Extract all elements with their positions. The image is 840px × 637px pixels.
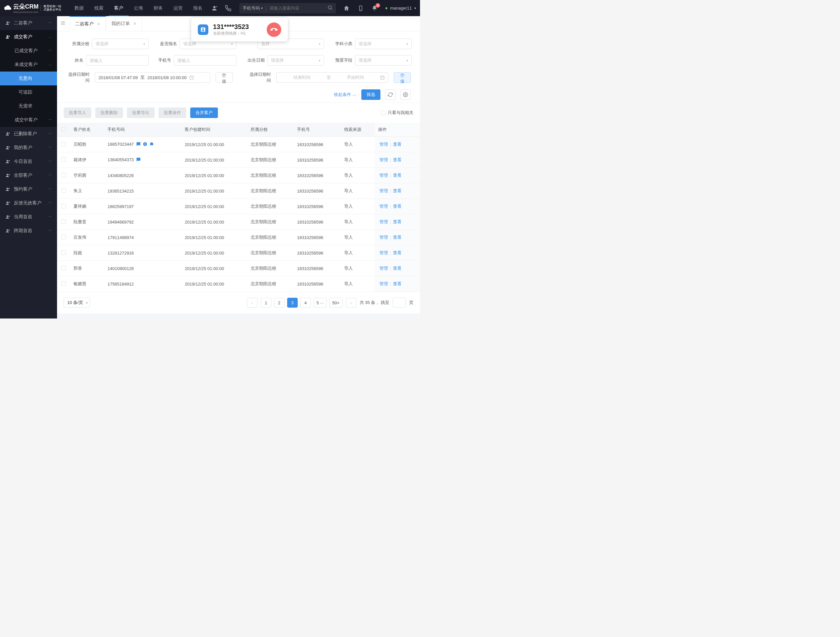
sidebar-item[interactable]: 预约客户﹀ [0,182,57,196]
filter-button[interactable]: 筛选 [361,89,381,100]
view-link[interactable]: 查看 [392,250,403,255]
branch-select[interactable]: 请选择▾ [92,39,149,49]
topnav-item[interactable]: 客户 [109,0,129,16]
row-checkbox[interactable] [61,281,66,286]
view-link[interactable]: 查看 [392,188,403,193]
sidebar-item[interactable]: 未成交客户︿ [0,58,57,71]
sidebar-item[interactable]: 已删除客户﹀ [0,127,57,141]
row-checkbox[interactable] [61,219,66,224]
phone-input[interactable] [174,55,236,66]
manage-link[interactable]: 管理 [378,142,389,147]
row-checkbox[interactable] [61,157,66,162]
view-link[interactable]: 查看 [392,219,403,224]
sidebar-item[interactable]: 今日首咨﹀ [0,155,57,169]
subject-select[interactable]: 请选择▾ [355,39,412,49]
page-button[interactable]: 1 [261,298,271,308]
manage-link[interactable]: 管理 [378,219,389,224]
sidebar-item[interactable]: 我的客户﹀ [0,141,57,155]
manage-link[interactable]: 管理 [378,173,389,178]
close-icon[interactable]: ✕ [133,21,136,26]
sidebar-item[interactable]: 全部客户﹀ [0,169,57,182]
bulk-delete-button[interactable]: 批量删除 [95,107,123,118]
select-all-checkbox[interactable] [61,127,66,131]
page-button[interactable]: 4 [300,298,311,308]
view-link[interactable]: 查看 [392,157,403,162]
row-checkbox[interactable] [61,204,66,209]
preset-select[interactable]: 请选择▾ [355,55,412,66]
settings-icon[interactable] [400,89,411,100]
sidebar-item[interactable]: 成交中客户﹀ [0,113,57,127]
birth-select[interactable]: 请选择▾ [267,55,324,66]
manage-link[interactable]: 管理 [378,250,389,255]
manage-link[interactable]: 管理 [378,281,389,286]
view-link[interactable]: 查看 [392,235,403,240]
name-input[interactable] [86,55,149,66]
row-checkbox[interactable] [61,142,66,146]
page-size-select[interactable]: 10 条/页 [64,298,90,308]
sidebar-item[interactable]: 已成交客户﹀ [0,44,57,58]
row-checkbox[interactable] [61,235,66,239]
page-button[interactable]: 5 ··· [314,298,327,308]
row-checkbox[interactable] [61,266,66,270]
hangup-button[interactable] [267,22,281,37]
sidebar-item[interactable]: 二咨客户﹀ [0,16,57,30]
page-jump-input[interactable] [393,298,406,308]
sidebar-item[interactable]: 当周首咨﹀ [0,210,57,224]
view-link[interactable]: 查看 [392,281,403,286]
page-prev[interactable]: ‹ [247,298,257,308]
collapse-filter-link[interactable]: 收起条件 ︿ [334,92,357,98]
daterange2-picker[interactable]: 结束时间 至 开始时间 [276,72,388,83]
row-checkbox[interactable] [61,188,66,193]
topnav-item[interactable]: 财务 [148,0,168,16]
sidebar-item[interactable]: 成交客户︿ [0,30,57,44]
sidebar-item[interactable]: 无意向 [0,71,57,85]
view-link[interactable]: 查看 [392,173,403,178]
manage-link[interactable]: 管理 [378,204,389,209]
page-button[interactable]: 50> [329,298,343,308]
sidebar-item[interactable]: 反馈无效客户﹀ [0,196,57,210]
phone-icon[interactable] [225,5,231,11]
manage-link[interactable]: 管理 [378,266,389,271]
topnav-item[interactable]: 报名 [188,0,208,16]
mobile-icon[interactable] [358,5,364,11]
bulk-import-button[interactable]: 批量导入 [64,107,91,118]
sidebar-item[interactable]: 可追踪 [0,85,57,99]
page-next[interactable]: › [346,298,356,308]
close-icon[interactable]: ✕ [97,22,100,26]
page-button[interactable]: 3 [287,298,298,308]
only-mine-check[interactable]: 只看与我相关 [381,110,414,116]
bulk-export-button[interactable]: 批量导出 [127,107,155,118]
user-menu[interactable]: manager11 ▾ [385,6,416,11]
bell-icon[interactable]: 5 [371,5,377,11]
view-link[interactable]: 查看 [392,204,403,209]
search-input[interactable] [269,6,325,11]
row-checkbox[interactable] [61,250,66,255]
sidebar-item[interactable]: 跨期首咨﹀ [0,224,57,238]
hamburger-icon[interactable] [60,21,66,27]
topnav-item[interactable]: 线索 [89,0,109,16]
refresh-icon[interactable] [385,89,396,100]
view-link[interactable]: 查看 [392,266,403,271]
topnav-item[interactable]: 数据 [69,0,89,16]
sidebar-item[interactable]: 无需求 [0,99,57,113]
topnav-item[interactable]: 公海 [129,0,148,16]
view-link[interactable]: 查看 [392,142,403,147]
tab[interactable]: 二咨客户✕ [69,16,106,31]
manage-link[interactable]: 管理 [378,157,389,162]
bulk-action-button[interactable]: 批量操作 [159,107,186,118]
null-button-1[interactable]: 空值 [216,72,233,83]
home-icon[interactable] [343,5,350,11]
merge-button[interactable]: 合并客户 [190,107,218,118]
search-icon[interactable] [327,5,333,11]
logo[interactable]: 云朵CRM www.yunduocrm.com 教育机构一站式服务云平台 [4,3,61,14]
tab[interactable]: 我的订单✕ [106,16,142,31]
search-type-select[interactable]: 手机号码 ▾ [243,5,263,11]
page-button[interactable]: 2 [274,298,284,308]
daterange1-picker[interactable]: 2018/01/08 07:47:09 至 2018/01/08 10:00:0… [95,72,210,83]
null-button-2[interactable]: 空值 [394,72,411,83]
topnav-item[interactable]: 运营 [168,0,188,16]
add-user-icon[interactable] [212,5,218,11]
row-checkbox[interactable] [61,173,66,177]
manage-link[interactable]: 管理 [378,235,389,240]
manage-link[interactable]: 管理 [378,188,389,193]
